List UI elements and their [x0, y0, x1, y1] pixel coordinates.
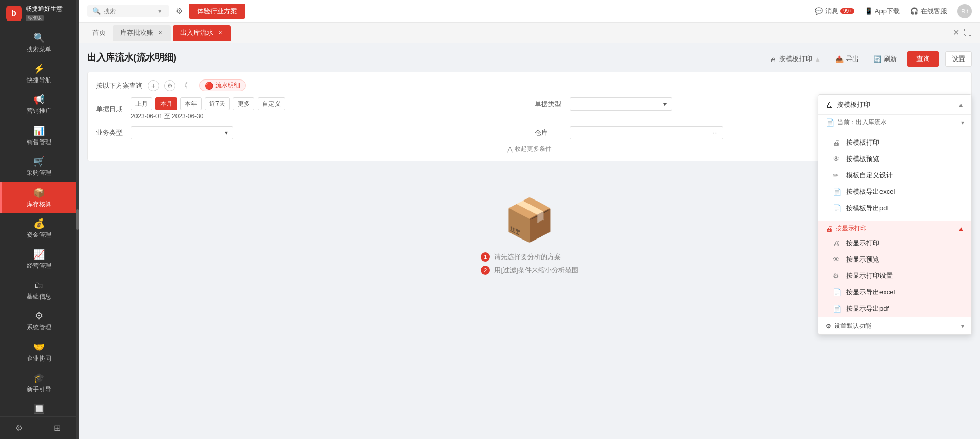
display-preview-icon: 👁: [833, 255, 841, 264]
header-search-box[interactable]: 🔍 ▾: [87, 5, 169, 17]
settings-bottom-btn[interactable]: ⚙: [15, 423, 23, 433]
tab-flow[interactable]: 出入库流水 ×: [173, 25, 231, 41]
template-print-btn[interactable]: 🖨 按模板打印 ▲: [766, 52, 825, 66]
sidebar-item-finance[interactable]: 💰 资金管理: [0, 213, 76, 244]
sidebar-item-operations[interactable]: 📈 经营管理: [0, 244, 76, 274]
template-print-arrow: ▲: [814, 55, 821, 63]
filter-add-btn[interactable]: +: [148, 80, 159, 91]
date-btn-more[interactable]: 更多: [233, 97, 254, 110]
app-name-container: 畅捷通好生意 标准版: [26, 5, 63, 22]
filter-tag-flow[interactable]: 🔴 流水明细: [199, 79, 246, 91]
warehouse-more-icon: ···: [713, 129, 718, 136]
tab-batch-account[interactable]: 库存批次账 ×: [113, 25, 171, 41]
export-btn[interactable]: 📤 导出: [831, 52, 863, 66]
warehouse-select[interactable]: ···: [570, 126, 723, 139]
current-label: 当前：出入库流水: [837, 118, 887, 127]
set-default-arrow: ▾: [961, 323, 964, 330]
display-print-header[interactable]: 🖨 按显示打印 ▲: [818, 221, 971, 235]
sidebar-item-search[interactable]: 🔍 搜索菜单: [0, 27, 76, 58]
sidebar-item-search-label: 搜索菜单: [27, 46, 51, 53]
app-download-btn[interactable]: 📱 App下载: [865, 7, 900, 16]
page-content: 出入库流水(流水明细) 🖨 按模板打印 ▲ 📤 导出 🔄 刷新 查询 设置 按以…: [79, 43, 980, 439]
empty-icon: 📦: [504, 196, 555, 244]
sidebar-item-inventory[interactable]: 📦 库存核算: [0, 182, 76, 213]
date-btn-7days[interactable]: 近7天: [205, 97, 230, 110]
maximize-window-btn[interactable]: ⛶: [964, 28, 972, 37]
close-window-btn[interactable]: ✕: [953, 28, 959, 37]
dropdown-display-settings-label: 按显示打印设置: [846, 271, 893, 281]
sidebar-item-enterprise-label: 企业协同: [27, 355, 51, 362]
dropdown-template-excel[interactable]: 📄 按模板导出excel: [818, 184, 971, 200]
query-btn[interactable]: 查询: [907, 51, 939, 67]
sidebar-item-app-center[interactable]: 🔲 应用中心: [0, 398, 76, 416]
main-area: 🔍 ▾ ⚙ 体验行业方案 💬 消息 99+ 📱 App下载 🎧 在线客服 Rit: [79, 0, 980, 439]
dropdown-template-pdf[interactable]: 📄 按模板导出pdf: [818, 200, 971, 216]
date-btn-last-month[interactable]: 上月: [131, 97, 152, 110]
date-options: 上月 本月 本年 近7天 更多 自定义: [131, 97, 285, 110]
header-search-input[interactable]: [104, 8, 155, 15]
dropdown-collapse-icon[interactable]: ▲: [957, 101, 964, 109]
filter-setting-btn[interactable]: ⚙: [164, 80, 175, 91]
sidebar-item-quick-nav[interactable]: ⚡ 快捷导航: [0, 58, 76, 89]
refresh-btn[interactable]: 🔄 刷新: [869, 52, 901, 66]
set-default-row[interactable]: ⚙ 设置默认功能 ▾: [818, 317, 971, 334]
header-gear-btn[interactable]: ⚙: [175, 6, 183, 16]
tabs-bar: 首页 库存批次账 × 出入库流水 × ✕ ⛶: [79, 23, 980, 43]
dropdown-display-print-settings[interactable]: ⚙ 按显示打印设置: [818, 268, 971, 284]
search-dropdown-icon[interactable]: ▾: [158, 7, 162, 15]
dropdown-display-excel-label: 按显示导出excel: [846, 288, 895, 297]
sidebar-item-purchase-label: 采购管理: [27, 169, 51, 176]
sidebar-item-basics-label: 基础信息: [27, 293, 51, 300]
sidebar-item-marketing[interactable]: 📢 营销推广: [0, 89, 76, 119]
dropdown-template-design[interactable]: ✏ 模板自定义设计: [818, 167, 971, 184]
sidebar-item-guide[interactable]: 🎓 新手引导: [0, 367, 76, 398]
filter-section-title: 按以下方案查询: [96, 81, 143, 90]
avatar: Rit: [957, 4, 972, 18]
industry-btn[interactable]: 体验行业方案: [189, 4, 245, 19]
dropdown-display-preview[interactable]: 👁 按显示预览: [818, 251, 971, 268]
sidebar-item-basics[interactable]: 🗂 基础信息: [0, 275, 76, 305]
dropdown-template-preview[interactable]: 👁 按模板预览: [818, 151, 971, 167]
app-download-label: App下载: [875, 7, 900, 16]
settings-btn[interactable]: 设置: [945, 51, 972, 67]
message-badge: 99+: [840, 8, 854, 14]
date-btn-this-month[interactable]: 本月: [155, 97, 177, 110]
tab-batch-account-close[interactable]: ×: [156, 29, 164, 36]
dropdown-template-excel-label: 按模板导出excel: [846, 187, 895, 196]
sidebar-item-sales-label: 销售管理: [27, 138, 51, 146]
download-icon: 📱: [865, 7, 873, 15]
dropdown-display-pdf[interactable]: 📄 按显示导出pdf: [818, 301, 971, 317]
filter-collapse-btn[interactable]: 《: [181, 81, 188, 90]
sidebar-item-purchase[interactable]: 🛒 采购管理: [0, 151, 76, 182]
display-section-arrow: ▲: [958, 225, 964, 232]
filter-field-business: 业务类型 ▾: [96, 126, 524, 139]
sidebar: b 畅捷通好生意 标准版 🔍 搜索菜单 ⚡ 快捷导航 📢 营销推广 📊 销售管理…: [0, 0, 76, 439]
tab-flow-close[interactable]: ×: [217, 29, 224, 36]
date-btn-custom[interactable]: 自定义: [258, 97, 285, 110]
empty-step-1: 1 请先选择要分析的方案: [481, 252, 578, 262]
doc-type-arrow: ▾: [663, 101, 667, 108]
dropdown-display-excel[interactable]: 📄 按显示导出excel: [818, 284, 971, 301]
business-type-label: 业务类型: [96, 128, 127, 137]
business-type-arrow: ▾: [225, 129, 228, 136]
sidebar-item-system[interactable]: ⚙ 系统管理: [0, 305, 76, 336]
dropdown-template-print[interactable]: 🖨 按模板打印: [818, 134, 971, 151]
dropdown-display-print[interactable]: 🖨 按显示打印: [818, 235, 971, 251]
empty-steps: 1 请先选择要分析的方案 2 用[过滤]条件来缩小分析范围: [481, 252, 578, 275]
dropdown-panel-header: 🖨 按模板打印 ▲: [818, 95, 971, 115]
app-logo-icon: b: [6, 6, 22, 21]
collapse-sidebar-btn[interactable]: ⊞: [54, 423, 61, 433]
sidebar-item-enterprise[interactable]: 🤝 企业协同: [0, 336, 76, 367]
template-preview-icon: 👁: [833, 155, 841, 163]
user-avatar-btn[interactable]: Rit: [957, 4, 972, 18]
business-type-select[interactable]: ▾: [131, 126, 233, 139]
date-btn-this-year[interactable]: 本年: [180, 97, 202, 110]
doc-type-select[interactable]: ▾: [570, 97, 672, 111]
tab-home[interactable]: 首页: [87, 25, 111, 41]
dropdown-template-print-label: 按模板打印: [846, 138, 879, 147]
sidebar-item-sales[interactable]: 📊 销售管理: [0, 120, 76, 151]
online-service-btn[interactable]: 🎧 在线客服: [910, 7, 947, 16]
message-btn[interactable]: 💬 消息 99+: [815, 7, 854, 16]
display-pdf-icon: 📄: [833, 305, 841, 313]
app-badge: 标准版: [26, 15, 44, 21]
